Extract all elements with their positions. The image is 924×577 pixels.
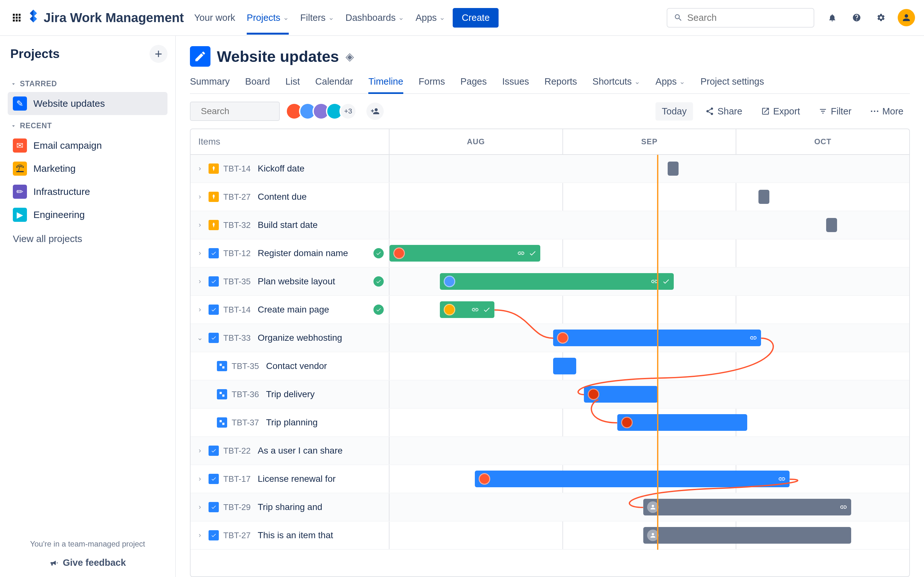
expand-toggle-icon[interactable]: › xyxy=(196,531,204,540)
sidebar-item-engineering[interactable]: ▶ Engineering xyxy=(8,203,168,226)
timeline-bar[interactable] xyxy=(440,273,674,290)
timeline-row[interactable]: ›TBT-32Build start date xyxy=(191,211,909,239)
timeline-bar[interactable] xyxy=(584,386,658,403)
filter-button[interactable]: Filter xyxy=(812,102,858,121)
app-switcher-icon[interactable] xyxy=(9,10,24,25)
sidebar-item-website-updates[interactable]: ✎ Website updates xyxy=(8,92,168,115)
sidebar-item-infrastructure[interactable]: ✏ Infrastructure xyxy=(8,180,168,203)
timeline-bar[interactable] xyxy=(617,414,747,431)
tab-calendar[interactable]: Calendar xyxy=(315,76,353,93)
timeline-bar[interactable] xyxy=(643,527,851,544)
expand-toggle-icon[interactable]: › xyxy=(196,277,204,285)
chevron-down-icon: ⌄ xyxy=(634,77,640,86)
expand-toggle-icon[interactable]: › xyxy=(196,446,204,455)
tab-forms[interactable]: Forms xyxy=(419,76,445,93)
nav-link-dashboards[interactable]: Dashboards⌄ xyxy=(346,1,404,35)
issue-key[interactable]: TBT-32 xyxy=(223,220,250,230)
tab-reports[interactable]: Reports xyxy=(544,76,577,93)
timeline-row[interactable]: TBT-36Trip delivery xyxy=(191,380,909,409)
timeline-row[interactable]: ›TBT-14Kickoff date xyxy=(191,155,909,183)
expand-toggle-icon[interactable]: › xyxy=(196,164,204,173)
milestone-marker[interactable] xyxy=(668,161,678,176)
tab-timeline[interactable]: Timeline xyxy=(368,76,403,93)
view-all-projects-link[interactable]: View all projects xyxy=(8,229,168,249)
timeline-row[interactable]: ›TBT-27Content due xyxy=(191,183,909,211)
issue-key[interactable]: TBT-17 xyxy=(223,474,250,484)
expand-toggle-icon[interactable]: › xyxy=(196,221,204,229)
timeline-row[interactable]: ›TBT-22As a user I can share xyxy=(191,437,909,465)
timeline-row[interactable]: ›TBT-14Create main page xyxy=(191,296,909,324)
timeline-row[interactable]: TBT-35Contact vendor xyxy=(191,352,909,380)
create-button[interactable]: Create xyxy=(453,8,499,27)
tab-shortcuts[interactable]: Shortcuts⌄ xyxy=(593,76,640,93)
timeline-bar[interactable] xyxy=(553,330,761,346)
timeline-row[interactable]: ›TBT-27This is an item that xyxy=(191,522,909,550)
issue-key[interactable]: TBT-14 xyxy=(223,305,250,315)
add-person-button[interactable] xyxy=(367,103,384,120)
issue-key[interactable]: TBT-27 xyxy=(223,192,250,202)
timeline-bar[interactable] xyxy=(440,301,494,318)
issue-key[interactable]: TBT-37 xyxy=(232,418,259,428)
tab-apps[interactable]: Apps⌄ xyxy=(656,76,685,93)
timeline-row[interactable]: ⌄TBT-33Organize webhosting xyxy=(191,324,909,352)
milestone-marker[interactable] xyxy=(758,190,769,204)
search-input[interactable] xyxy=(687,13,807,23)
sidebar-item-email-campaign[interactable]: ✉ Email campaign xyxy=(8,134,168,157)
assignee-avatar xyxy=(621,417,633,428)
issue-key[interactable]: TBT-35 xyxy=(232,361,259,371)
timeline-bar[interactable] xyxy=(475,471,790,487)
tab-project-settings[interactable]: Project settings xyxy=(700,76,764,93)
expand-toggle-icon[interactable]: ⌄ xyxy=(196,334,204,342)
sidebar-group-recent[interactable]: RECENT xyxy=(10,121,168,130)
issue-key[interactable]: TBT-27 xyxy=(223,530,250,540)
nav-link-apps[interactable]: Apps⌄ xyxy=(415,1,445,35)
sidebar-group-starred[interactable]: STARRED xyxy=(10,79,168,88)
expand-toggle-icon[interactable]: › xyxy=(196,503,204,511)
export-button[interactable]: Export xyxy=(754,102,806,121)
global-search[interactable] xyxy=(667,8,814,27)
product-logo[interactable]: Jira Work Management xyxy=(27,10,184,26)
timeline-row[interactable]: ›TBT-35Plan website layout xyxy=(191,268,909,296)
timeline-search[interactable] xyxy=(190,102,280,121)
today-button[interactable]: Today xyxy=(656,102,693,121)
issue-key[interactable]: TBT-36 xyxy=(232,390,259,400)
nav-link-your-work[interactable]: Your work xyxy=(194,1,235,35)
tab-pages[interactable]: Pages xyxy=(460,76,487,93)
settings-icon[interactable] xyxy=(873,10,889,25)
user-avatar[interactable] xyxy=(898,9,915,26)
give-feedback-button[interactable]: Give feedback xyxy=(8,558,168,568)
milestone-marker[interactable] xyxy=(826,218,837,232)
sidebar-item-marketing[interactable]: ⛱ Marketing xyxy=(8,157,168,180)
issue-key[interactable]: TBT-22 xyxy=(223,446,250,456)
help-icon[interactable] xyxy=(849,10,864,25)
expand-toggle-icon[interactable]: › xyxy=(196,306,204,314)
tab-board[interactable]: Board xyxy=(245,76,270,93)
expand-toggle-icon[interactable]: › xyxy=(196,249,204,258)
tab-list[interactable]: List xyxy=(285,76,300,93)
expand-toggle-icon[interactable]: › xyxy=(196,193,204,201)
timeline-row[interactable]: ›TBT-12Register domain name xyxy=(191,239,909,268)
timeline-bar[interactable] xyxy=(389,245,540,261)
issue-key[interactable]: TBT-12 xyxy=(223,248,250,258)
issue-key[interactable]: TBT-33 xyxy=(223,333,250,343)
issue-key[interactable]: TBT-14 xyxy=(223,164,250,174)
tab-summary[interactable]: Summary xyxy=(190,76,230,93)
add-project-button[interactable]: + xyxy=(150,45,168,63)
timeline-row[interactable]: TBT-37Trip planning xyxy=(191,409,909,437)
nav-link-projects[interactable]: Projects⌄ xyxy=(247,1,289,35)
timeline-row[interactable]: ›TBT-17License renewal for xyxy=(191,465,909,493)
timeline-row[interactable]: ›TBT-29Trip sharing and xyxy=(191,493,909,522)
issue-title: Register domain name xyxy=(258,248,348,258)
more-button[interactable]: More xyxy=(864,102,910,121)
issue-key[interactable]: TBT-35 xyxy=(223,277,250,287)
issue-key[interactable]: TBT-29 xyxy=(223,502,250,512)
timeline-bar[interactable] xyxy=(643,499,851,516)
nav-link-filters[interactable]: Filters⌄ xyxy=(300,1,334,35)
customize-icon[interactable]: ◈ xyxy=(346,50,354,63)
avatar-more[interactable]: +3 xyxy=(339,103,357,120)
timeline-bar[interactable] xyxy=(553,358,576,374)
notifications-icon[interactable] xyxy=(825,10,840,25)
expand-toggle-icon[interactable]: › xyxy=(196,475,204,483)
tab-issues[interactable]: Issues xyxy=(502,76,529,93)
share-button[interactable]: Share xyxy=(699,102,748,121)
